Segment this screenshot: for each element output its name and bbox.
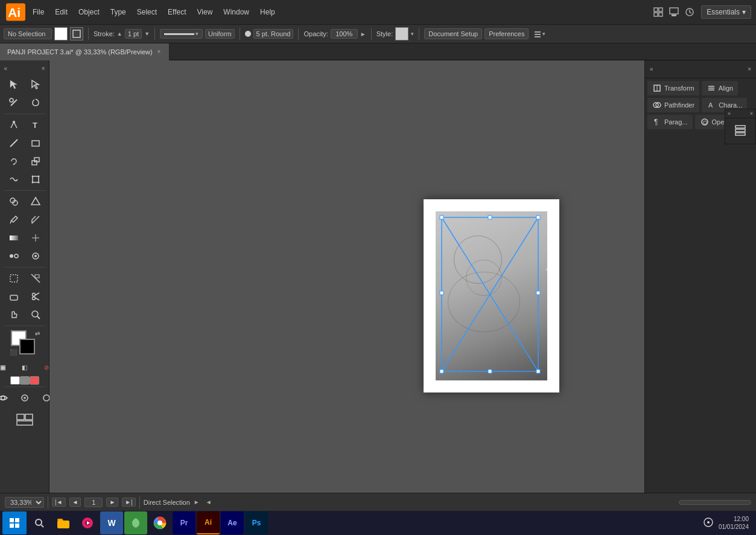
stroke-up-btn[interactable]: ▲ (117, 31, 122, 37)
scissors-tool[interactable] (25, 287, 46, 306)
stroke-swatch[interactable] (19, 339, 35, 354)
screen-mode-gray[interactable] (20, 376, 30, 385)
workspace-icon[interactable] (667, 5, 681, 19)
essentials-dropdown[interactable]: Essentials ▾ (701, 5, 751, 19)
type-tool[interactable]: T (25, 116, 46, 134)
lasso-tool[interactable] (25, 94, 46, 112)
nav-last-btn[interactable]: ►| (122, 498, 136, 507)
direct-selection-tool[interactable] (25, 75, 46, 94)
layers-icon[interactable] (733, 123, 748, 139)
premiere-btn[interactable]: Pr (173, 511, 195, 534)
artboards-icon[interactable] (3, 411, 46, 429)
tab-close-button[interactable]: × (156, 48, 162, 56)
nav-next-btn[interactable]: ► (106, 498, 118, 507)
layers-mini-collapse[interactable]: » (728, 111, 731, 117)
menu-select[interactable]: Select (132, 5, 162, 19)
panel-tab-align[interactable]: Align (702, 81, 738, 95)
panel-tab-pathfinder[interactable]: Pathfinder (647, 98, 699, 112)
status-back-btn[interactable]: ◄ (206, 499, 212, 505)
toolbar-options-btn[interactable]: ▾ (533, 30, 545, 38)
file-explorer-btn[interactable] (52, 511, 75, 534)
blend-tool[interactable] (3, 247, 25, 265)
default-colors-icon[interactable]: ⬛ (10, 349, 17, 356)
panel-close-btn[interactable]: × (748, 66, 751, 72)
system-icon[interactable] (703, 517, 714, 530)
swap-icon[interactable]: ⇄ (35, 330, 40, 337)
word-btn[interactable]: W (100, 511, 123, 534)
expand-opacity-btn[interactable]: ► (360, 31, 366, 37)
aftereffects-btn[interactable]: Ae (221, 511, 244, 534)
eraser-tool[interactable] (3, 287, 25, 306)
rectangle-tool[interactable] (25, 134, 46, 152)
warp-tool[interactable] (3, 170, 25, 188)
chevron-style-icon[interactable]: ▾ (411, 31, 414, 37)
preferences-button[interactable]: Preferences (484, 28, 529, 39)
symbol-sprayer-tool[interactable] (25, 247, 46, 265)
gradient-tool[interactable] (3, 229, 25, 247)
menu-edit[interactable]: Edit (50, 5, 72, 19)
chrome-btn[interactable] (148, 511, 171, 534)
sync-icon[interactable] (683, 5, 696, 19)
stroke-line-preview[interactable]: ▾ (160, 29, 203, 39)
scale-tool[interactable] (25, 152, 46, 170)
toolbar-collapse-btn[interactable]: « (2, 64, 10, 73)
search-button[interactable] (28, 511, 51, 534)
document-setup-button[interactable]: Document Setup (424, 28, 482, 39)
scroll-bar[interactable] (679, 500, 751, 505)
page-input[interactable] (84, 498, 103, 507)
menu-help[interactable]: Help (255, 5, 280, 19)
menu-view[interactable]: View (192, 5, 218, 19)
panel-tab-paragraph[interactable]: ¶ Parag... (647, 115, 693, 129)
fill-color-swatch[interactable] (54, 27, 68, 40)
slice-tool[interactable] (25, 269, 46, 287)
hand-tool[interactable] (3, 306, 25, 324)
magic-wand-tool[interactable] (3, 94, 25, 112)
line-tool[interactable] (3, 134, 25, 152)
grid-icon[interactable] (652, 5, 665, 19)
free-transform-tool[interactable] (25, 170, 46, 188)
document-tab[interactable]: PANJI PROJECT 3.ai* @ 33,33% (RGB/Previe… (0, 43, 170, 60)
stroke-type-dropdown[interactable]: Uniform (205, 29, 235, 39)
color-icon-2[interactable] (14, 389, 36, 407)
measure-tool[interactable] (25, 211, 46, 229)
panel-tab-transform[interactable]: Transform (647, 81, 699, 95)
menu-window[interactable]: Window (218, 5, 254, 19)
pen-tool[interactable] (3, 116, 25, 134)
eyedropper-tool[interactable] (3, 211, 25, 229)
view-icon[interactable] (0, 389, 14, 407)
rotate-tool[interactable] (3, 152, 25, 170)
toolbar-close-btn[interactable]: × (39, 64, 48, 73)
stroke-down-btn[interactable]: ▼ (144, 31, 150, 37)
mesh-tool[interactable] (25, 229, 46, 247)
zoom-tool[interactable] (25, 306, 46, 324)
selection-dropdown[interactable]: No Selection (4, 28, 52, 39)
canvas-area[interactable]: edge + (49, 60, 644, 493)
menu-type[interactable]: Type (106, 5, 131, 19)
nav-first-btn[interactable]: |◄ (52, 498, 66, 507)
layers-mini-close[interactable]: × (750, 111, 753, 117)
screen-mode-white[interactable] (10, 376, 20, 385)
start-button[interactable] (2, 511, 27, 534)
artboard-tool[interactable] (3, 269, 25, 287)
stroke-style-btn[interactable] (70, 27, 83, 40)
status-arrow-btn[interactable]: ► (194, 499, 200, 505)
menu-file[interactable]: File (28, 5, 49, 19)
illustrator-taskbar-btn[interactable]: Ai (197, 511, 220, 534)
round-dropdown[interactable]: 5 pt. Round (253, 29, 294, 39)
stroke-value[interactable]: 1 pt (125, 29, 142, 39)
panel-collapse-btn[interactable]: « (650, 66, 653, 72)
green-app-btn[interactable] (124, 511, 147, 534)
music-player-btn[interactable] (76, 511, 99, 534)
color-mode-solid[interactable]: ▣ (0, 358, 14, 376)
menu-object[interactable]: Object (74, 5, 104, 19)
style-swatch[interactable] (395, 27, 408, 40)
screen-mode-red[interactable] (30, 376, 39, 385)
photoshop-btn[interactable]: Ps (245, 511, 268, 534)
nav-prev-btn[interactable]: ◄ (69, 498, 81, 507)
selection-tool[interactable] (3, 75, 25, 94)
shape-builder-tool[interactable] (3, 193, 25, 211)
color-mode-gradient[interactable]: ◧ (14, 358, 36, 376)
perspective-tool[interactable] (25, 193, 46, 211)
menu-effect[interactable]: Effect (163, 5, 191, 19)
opacity-input[interactable] (331, 29, 358, 39)
